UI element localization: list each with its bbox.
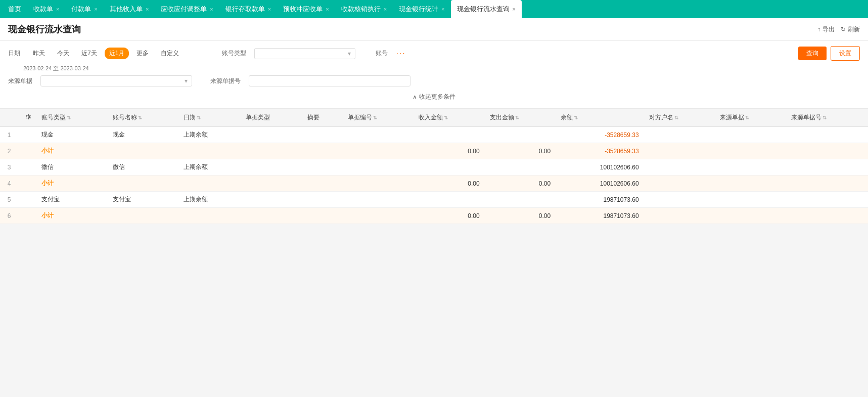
close-icon[interactable]: × — [326, 6, 329, 12]
col-header-date[interactable]: 日期⇅ — [178, 109, 241, 127]
col-header-account_name[interactable]: 账号名称⇅ — [108, 109, 179, 127]
cell-summary-5 — [302, 208, 342, 224]
col-header-expense[interactable]: 支出金额⇅ — [485, 109, 556, 127]
col-header-settings[interactable] — [18, 109, 36, 127]
cell-account_name-3 — [108, 175, 179, 192]
close-icon[interactable]: × — [441, 6, 444, 12]
table-row: 3微信微信上期余额100102606.60 — [0, 159, 868, 175]
cell-balance-0: -3528659.33 — [556, 127, 644, 143]
account-type-select[interactable]: ▾ — [254, 48, 355, 59]
row-num-5: 6 — [0, 208, 18, 224]
close-icon[interactable]: × — [268, 6, 271, 12]
cell-account_type-3: 小计 — [36, 175, 108, 192]
nav-item-其他收入单[interactable]: 其他收入单× — [104, 0, 155, 18]
nav-item-应收应付调整单[interactable]: 应收应付调整单× — [155, 0, 219, 18]
export-button[interactable]: ↑ 导出 — [817, 25, 835, 34]
col-header-balance[interactable]: 余额⇅ — [556, 109, 644, 127]
header-row: 账号类型⇅账号名称⇅日期⇅单据类型摘要单据编号⇅收入金额⇅支出金额⇅余额⇅对方户… — [0, 109, 868, 127]
col-header-account_type[interactable]: 账号类型⇅ — [36, 109, 108, 127]
account-type-label: 账号类型 — [222, 49, 246, 58]
top-navigation: 首页收款单×付款单×其他收入单×应收应付调整单×银行存取款单×预收冲应收单×收款… — [0, 0, 868, 18]
col-header-income[interactable]: 收入金额⇅ — [414, 109, 485, 127]
cell-doc_no-1 — [343, 143, 414, 159]
date-option-昨天[interactable]: 昨天 — [28, 48, 50, 59]
nav-item-付款单[interactable]: 付款单× — [65, 0, 103, 18]
cell-source_doc-0 — [715, 127, 786, 143]
close-icon[interactable]: × — [513, 6, 516, 12]
data-table: 账号类型⇅账号名称⇅日期⇅单据类型摘要单据编号⇅收入金额⇅支出金额⇅余额⇅对方户… — [0, 109, 868, 224]
row-num-1: 2 — [0, 143, 18, 159]
col-header-doc_no[interactable]: 单据编号⇅ — [343, 109, 414, 127]
cell-source_doc_no-4 — [786, 192, 868, 208]
date-option-自定义[interactable]: 自定义 — [156, 48, 184, 59]
cell-account_name-1 — [108, 143, 179, 159]
cell-source_doc-2 — [715, 159, 786, 175]
nav-item-预收冲应收单[interactable]: 预收冲应收单× — [277, 0, 335, 18]
col-header-counterpart[interactable]: 对方户名⇅ — [644, 109, 715, 127]
refresh-button[interactable]: ↻ 刷新 — [841, 25, 860, 34]
header-actions: ↑ 导出 ↻ 刷新 — [817, 25, 860, 34]
cell-income-3: 0.00 — [414, 175, 485, 192]
cell-source_doc_no-0 — [786, 127, 868, 143]
nav-item-现金银行流水查询[interactable]: 现金银行流水查询× — [451, 0, 522, 18]
cell-counterpart-0 — [644, 127, 715, 143]
nav-item-现金银行统计[interactable]: 现金银行统计× — [393, 0, 450, 18]
cell-expense-3: 0.00 — [485, 175, 556, 192]
cell-doc_type-2 — [241, 159, 303, 175]
col-header-source_doc_no[interactable]: 来源单据号⇅ — [786, 109, 868, 127]
nav-item-收款核销执行[interactable]: 收款核销执行× — [335, 0, 393, 18]
page-header: 现金银行流水查询 ↑ 导出 ↻ 刷新 — [0, 18, 868, 41]
cell-doc_type-4 — [241, 192, 303, 208]
col-header-source_doc[interactable]: 来源单据⇅ — [715, 109, 786, 127]
settings-button[interactable]: 设置 — [831, 46, 860, 61]
row-num-3: 4 — [0, 175, 18, 192]
table-row: 2小计0.000.00-3528659.33 — [0, 143, 868, 159]
cell-expense-1: 0.00 — [485, 143, 556, 159]
row-num-2: 3 — [0, 159, 18, 175]
close-icon[interactable]: × — [146, 6, 149, 12]
row-num-4: 5 — [0, 192, 18, 208]
cell-account_name-4: 支付宝 — [108, 192, 179, 208]
cell-source_doc-5 — [715, 208, 786, 224]
nav-item-首页[interactable]: 首页 — [2, 0, 27, 18]
source-doc-no-input[interactable] — [249, 75, 410, 86]
close-icon[interactable]: × — [384, 6, 387, 12]
row-settings-5 — [18, 208, 36, 224]
cell-income-4 — [414, 192, 485, 208]
collapse-bar[interactable]: ∧ 收起更多条件 — [8, 91, 860, 103]
table-header: 账号类型⇅账号名称⇅日期⇅单据类型摘要单据编号⇅收入金额⇅支出金额⇅余额⇅对方户… — [0, 109, 868, 127]
cell-doc_no-3 — [343, 175, 414, 192]
date-option-近7天[interactable]: 近7天 — [77, 48, 102, 59]
account-dots-button[interactable]: ··· — [396, 49, 405, 58]
cell-summary-4 — [302, 192, 342, 208]
cell-expense-0 — [485, 127, 556, 143]
cell-balance-5: 19871073.60 — [556, 208, 644, 224]
cell-date-4: 上期余额 — [178, 192, 241, 208]
cell-doc_type-1 — [241, 143, 303, 159]
cell-doc_type-3 — [241, 175, 303, 192]
cell-account_type-2: 微信 — [36, 159, 108, 175]
date-option-今天[interactable]: 今天 — [53, 48, 74, 59]
cell-income-0 — [414, 127, 485, 143]
cell-date-0: 上期余额 — [178, 127, 241, 143]
cell-account_name-2: 微信 — [108, 159, 179, 175]
date-options: 昨天今天近7天近1月更多自定义 — [28, 48, 184, 59]
query-button[interactable]: 查询 — [798, 47, 827, 60]
row-settings-0 — [18, 127, 36, 143]
close-icon[interactable]: × — [94, 6, 97, 12]
table-row: 1现金现金上期余额-3528659.33 — [0, 127, 868, 143]
source-doc-label: 来源单据 — [8, 77, 32, 85]
cell-doc_no-0 — [343, 127, 414, 143]
cell-source_doc-1 — [715, 143, 786, 159]
date-range-display: 2023-02-24 至 2023-03-24 — [23, 65, 89, 71]
source-doc-select[interactable]: ▾ — [40, 75, 192, 86]
close-icon[interactable]: × — [210, 6, 213, 12]
date-option-更多[interactable]: 更多 — [132, 48, 153, 59]
close-icon[interactable]: × — [56, 6, 59, 12]
cell-counterpart-3 — [644, 175, 715, 192]
cell-summary-1 — [302, 143, 342, 159]
nav-item-银行存取款单[interactable]: 银行存取款单× — [219, 0, 277, 18]
nav-item-收款单[interactable]: 收款单× — [27, 0, 65, 18]
account-label: 账号 — [376, 49, 388, 58]
date-option-近1月[interactable]: 近1月 — [105, 48, 129, 59]
